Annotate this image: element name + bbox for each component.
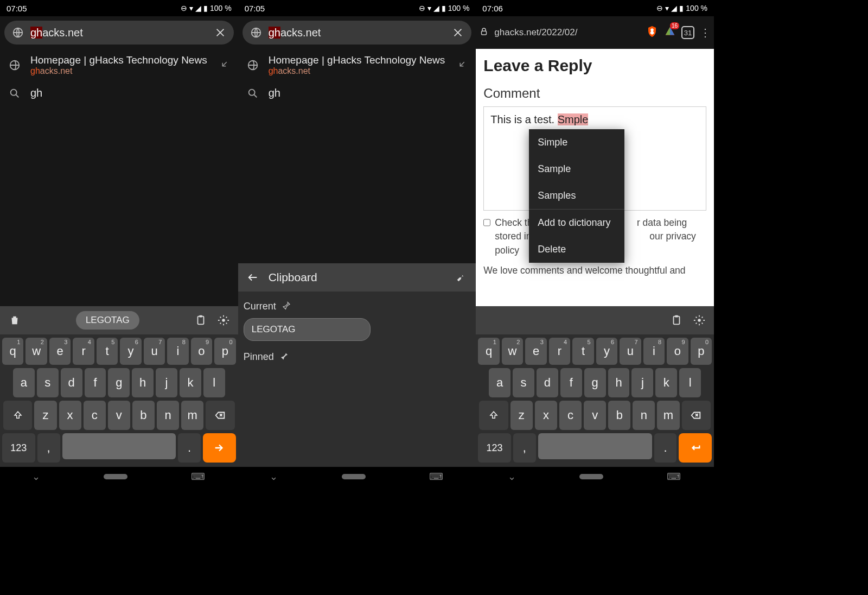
key-e[interactable]: e3 [49, 338, 71, 365]
space-key[interactable] [62, 433, 176, 459]
pin-filled-icon[interactable] [279, 351, 289, 363]
home-pill[interactable] [104, 474, 127, 479]
home-pill[interactable] [579, 474, 603, 479]
collapse-icon[interactable]: ⌄ [508, 471, 516, 483]
delete-word[interactable]: Delete [529, 236, 624, 263]
rewards-icon[interactable]: 16 [664, 26, 676, 40]
suggestion-homepage[interactable]: Homepage | gHacks Technology News ghacks… [238, 49, 476, 81]
key-a[interactable]: a [13, 368, 35, 397]
key-f[interactable]: f [85, 368, 106, 397]
clear-icon[interactable] [214, 27, 226, 39]
pin-outline-icon[interactable] [282, 300, 291, 313]
period-key[interactable]: . [178, 433, 201, 463]
key-v[interactable]: v [584, 401, 606, 430]
key-d[interactable]: d [61, 368, 82, 397]
url-bar[interactable]: ghacks.net [242, 21, 472, 45]
clipboard-entry[interactable]: LEGOTAG [244, 318, 371, 341]
menu-icon[interactable]: ⋮ [700, 26, 711, 39]
comma-key[interactable]: , [37, 433, 60, 463]
url-text[interactable]: ghacks.net [269, 27, 446, 39]
key-q[interactable]: q1 [478, 338, 499, 365]
key-x[interactable]: x [59, 401, 81, 430]
key-v[interactable]: v [108, 401, 130, 430]
settings-icon[interactable] [216, 313, 231, 327]
consent-checkbox[interactable] [483, 218, 490, 227]
clear-icon[interactable] [452, 27, 464, 39]
numbers-key[interactable]: 123 [478, 433, 511, 463]
key-a[interactable]: a [489, 368, 510, 397]
enter-key[interactable] [679, 433, 712, 463]
home-pill[interactable] [342, 474, 366, 479]
spell-suggestion[interactable]: Simple [529, 129, 624, 156]
key-g[interactable]: g [108, 368, 130, 397]
shift-key[interactable] [479, 401, 508, 430]
key-p[interactable]: p0 [691, 338, 712, 365]
key-o[interactable]: o9 [667, 338, 688, 365]
key-z[interactable]: z [34, 401, 56, 430]
key-k[interactable]: k [655, 368, 677, 397]
url-bar[interactable]: ghacks.net [4, 21, 234, 45]
insert-arrow-icon[interactable] [457, 59, 467, 71]
clipboard-chip[interactable]: LEGOTAG [76, 311, 139, 330]
key-i[interactable]: i8 [167, 338, 188, 365]
brave-shield-icon[interactable] [646, 25, 659, 41]
back-icon[interactable] [246, 270, 260, 284]
comma-key[interactable]: , [513, 433, 536, 463]
key-t[interactable]: t5 [572, 338, 593, 365]
key-o[interactable]: o9 [191, 338, 212, 365]
key-r[interactable]: r4 [73, 338, 94, 365]
key-t[interactable]: t5 [97, 338, 118, 365]
collapse-icon[interactable]: ⌄ [32, 471, 40, 483]
key-q[interactable]: q1 [2, 338, 23, 365]
key-r[interactable]: r4 [549, 338, 570, 365]
key-m[interactable]: m [181, 401, 203, 430]
key-y[interactable]: y6 [596, 338, 617, 365]
settings-icon[interactable] [692, 313, 706, 327]
key-n[interactable]: n [633, 401, 655, 430]
trash-icon[interactable] [8, 313, 22, 327]
key-h[interactable]: h [608, 368, 630, 397]
suggestion-search[interactable]: gh [238, 81, 476, 105]
key-b[interactable]: b [608, 401, 630, 430]
url-display[interactable]: ghacks.net/2022/02/ [494, 27, 640, 38]
add-to-dictionary[interactable]: Add to dictionary [529, 209, 624, 236]
key-g[interactable]: g [584, 368, 606, 397]
keyboard-switch-icon[interactable]: ⌨ [667, 471, 682, 483]
key-z[interactable]: z [510, 401, 533, 430]
clipboard-icon[interactable] [669, 313, 684, 327]
key-j[interactable]: j [631, 368, 653, 397]
tab-count[interactable]: 31 [681, 26, 694, 39]
spell-suggestion[interactable]: Sample [529, 156, 624, 182]
key-s[interactable]: s [37, 368, 59, 397]
lock-icon[interactable] [479, 27, 489, 39]
key-c[interactable]: c [84, 401, 106, 430]
key-w[interactable]: w2 [25, 338, 47, 365]
key-b[interactable]: b [132, 401, 155, 430]
keyboard-switch-icon[interactable]: ⌨ [191, 471, 206, 483]
numbers-key[interactable]: 123 [2, 433, 35, 463]
key-h[interactable]: h [132, 368, 154, 397]
key-l[interactable]: l [203, 368, 225, 397]
key-f[interactable]: f [560, 368, 582, 397]
period-key[interactable]: . [654, 433, 677, 463]
suggestion-search[interactable]: gh [0, 81, 238, 105]
key-s[interactable]: s [513, 368, 534, 397]
key-j[interactable]: j [156, 368, 177, 397]
shift-key[interactable] [3, 401, 32, 430]
collapse-icon[interactable]: ⌄ [270, 471, 278, 483]
key-c[interactable]: c [559, 401, 582, 430]
misspelled-word[interactable]: Smple [558, 113, 589, 125]
key-y[interactable]: y6 [120, 338, 141, 365]
suggestion-homepage[interactable]: Homepage | gHacks Technology News ghacks… [0, 49, 238, 81]
key-l[interactable]: l [679, 368, 701, 397]
spell-suggestion[interactable]: Samples [529, 182, 624, 209]
url-text[interactable]: ghacks.net [30, 27, 208, 39]
backspace-key[interactable] [682, 401, 711, 430]
key-p[interactable]: p0 [214, 338, 235, 365]
backspace-key[interactable] [206, 401, 234, 430]
keyboard-switch-icon[interactable]: ⌨ [429, 471, 444, 483]
key-w[interactable]: w2 [502, 338, 523, 365]
wrench-icon[interactable] [454, 270, 468, 284]
clipboard-icon[interactable] [194, 313, 208, 327]
key-e[interactable]: e3 [525, 338, 546, 365]
